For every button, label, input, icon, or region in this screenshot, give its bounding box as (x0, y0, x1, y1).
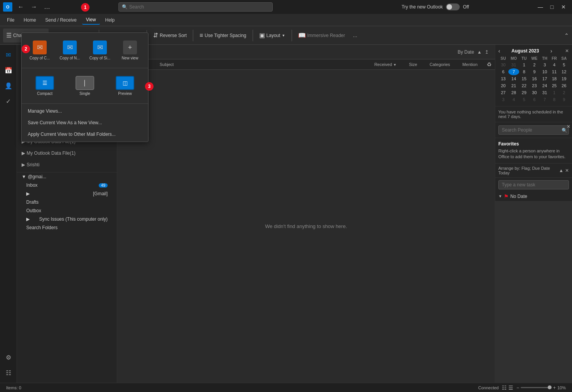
zoom-out-button[interactable]: − (516, 385, 519, 390)
search-box[interactable]: 🔍 (118, 2, 273, 12)
view-copy-n[interactable]: ✉ Copy of N... (56, 37, 83, 63)
no-date-expand-button[interactable]: ▼ (498, 194, 502, 198)
ribbon-collapse-button[interactable]: ⌃ (564, 32, 569, 39)
view-new-view[interactable]: + New view (116, 37, 143, 63)
menu-save-current-view[interactable]: Save Current View As a New View... (22, 117, 148, 128)
gmail-account-header[interactable]: ▼ @gmai... (17, 172, 117, 181)
cal-cell[interactable]: 5 (519, 96, 529, 103)
layout-compact[interactable]: ☰ Compact (26, 73, 63, 99)
cal-cell[interactable]: 20 (498, 82, 508, 89)
sidebar-item-gmail[interactable]: ▶ [Gmail] (17, 189, 117, 198)
cal-cell[interactable]: 5 (559, 61, 569, 68)
calendar-prev-button[interactable]: ‹ (498, 48, 500, 54)
cal-cell[interactable]: 9 (529, 68, 540, 75)
cal-cell[interactable]: 2 (529, 61, 540, 68)
cal-cell[interactable]: 27 (498, 89, 508, 96)
cal-cell[interactable]: 15 (519, 75, 529, 82)
immersive-reader-button[interactable]: 📖 Immersive Reader (295, 29, 348, 42)
menu-file[interactable]: File (3, 16, 18, 24)
tighter-spacing-button[interactable]: ≡ Use Tighter Spacing (196, 29, 249, 42)
cal-cell[interactable]: 10 (540, 68, 550, 75)
new-outlook-toggle[interactable] (446, 3, 460, 10)
sort-label[interactable]: By Date (457, 49, 474, 55)
zoom-slider[interactable] (521, 387, 552, 388)
new-task-input[interactable] (498, 180, 569, 189)
cal-cell[interactable]: 3 (540, 61, 550, 68)
menu-home[interactable]: Home (20, 16, 40, 24)
cal-cell[interactable]: 4 (550, 61, 559, 68)
cal-cell[interactable]: 13 (498, 75, 508, 82)
layout-preview[interactable]: ◫ Preview (106, 73, 143, 99)
cal-cell[interactable]: 23 (529, 82, 540, 89)
sidebar-header-srishti[interactable]: ▶ Srishti (17, 161, 117, 169)
cal-cell[interactable]: 1 (519, 61, 529, 68)
cal-cell[interactable]: 18 (550, 75, 559, 82)
cal-cell[interactable]: 14 (508, 75, 520, 82)
tasks-scroll-up-button[interactable]: ▲ (559, 168, 564, 173)
nav-grid[interactable]: ☷ (2, 366, 15, 380)
sidebar-header-my-outlook-2[interactable]: ▶ My Outlook Data File(1) (17, 149, 117, 157)
search-people-input[interactable] (498, 125, 569, 135)
more-ribbon-button[interactable]: … (350, 29, 361, 42)
view-mode-1-button[interactable]: ☷ (502, 385, 507, 391)
cal-cell[interactable]: 28 (508, 89, 520, 96)
cal-cell[interactable]: 16 (529, 75, 540, 82)
col-categories[interactable]: Categories (427, 61, 453, 68)
cal-cell[interactable]: 30 (498, 61, 508, 68)
menu-send-receive[interactable]: Send / Receive (41, 16, 80, 24)
cal-cell[interactable]: 17 (540, 75, 550, 82)
more-nav-button[interactable]: … (42, 3, 52, 11)
sidebar-item-drafts[interactable]: Drafts (17, 198, 117, 206)
cal-cell[interactable]: 31 (540, 89, 550, 96)
cal-cell[interactable]: 24 (540, 82, 550, 89)
sidebar-item-outbox-gmail[interactable]: Outbox (17, 206, 117, 215)
nav-tasks[interactable]: ✓ (2, 94, 15, 108)
back-button[interactable]: ← (15, 3, 26, 11)
reverse-sort-button[interactable]: ⇵ Reverse Sort (150, 29, 190, 42)
cal-cell[interactable]: 25 (550, 82, 559, 89)
cal-cell[interactable]: 11 (550, 68, 559, 75)
view-copy-c[interactable]: ✉ Copy of C... (26, 37, 53, 63)
nav-calendar[interactable]: 📅 (2, 63, 15, 77)
cal-cell[interactable]: 29 (519, 89, 529, 96)
calendar-next-button[interactable]: › (550, 48, 552, 54)
col-received[interactable]: Received ▼ (371, 61, 400, 68)
nav-mail[interactable]: ✉ (2, 48, 15, 62)
cal-cell[interactable]: 6 (529, 96, 540, 103)
tasks-close-button[interactable]: ✕ (565, 168, 569, 173)
zoom-in-button[interactable]: + (553, 385, 556, 390)
close-button[interactable]: ✕ (558, 2, 569, 12)
cal-cell[interactable]: 30 (529, 89, 540, 96)
cal-today-cell[interactable]: 7 (508, 68, 520, 75)
menu-help[interactable]: Help (101, 16, 119, 24)
forward-button[interactable]: → (29, 3, 39, 11)
search-input[interactable] (129, 4, 269, 10)
cal-cell[interactable]: 22 (519, 82, 529, 89)
calendar-close-button[interactable]: ✕ (565, 48, 569, 54)
layout-single[interactable]: │ Single (66, 73, 103, 99)
cal-cell[interactable]: 21 (508, 82, 520, 89)
menu-view[interactable]: View (82, 15, 100, 25)
cal-cell[interactable]: 8 (519, 68, 529, 75)
maximize-button[interactable]: □ (547, 2, 557, 12)
view-copy-si[interactable]: ✉ Copy of Si... (86, 37, 113, 63)
nav-settings[interactable]: ⚙ (2, 350, 15, 364)
layout-button[interactable]: ▣ Layout ▼ (256, 29, 289, 42)
cal-cell[interactable]: 6 (498, 68, 508, 75)
sidebar-item-sync-issues[interactable]: ▶ Sync Issues (This computer only) (17, 215, 117, 223)
cal-cell[interactable]: 26 (559, 82, 569, 89)
col-subject[interactable]: Subject (157, 61, 365, 68)
menu-apply-current-view[interactable]: Apply Current View to Other Mail Folders… (22, 128, 148, 140)
col-mention[interactable]: Mention (459, 61, 481, 68)
col-size[interactable]: Size (406, 61, 420, 68)
sidebar-item-search-folders-gmail[interactable]: Search Folders (17, 223, 117, 232)
expand-icon[interactable]: ↥ (485, 49, 489, 55)
nav-contacts[interactable]: 👤 (2, 79, 15, 93)
cal-cell[interactable]: 31 (508, 61, 520, 68)
cal-cell[interactable]: 8 (550, 96, 559, 103)
cal-cell[interactable]: 3 (498, 96, 508, 103)
cal-cell[interactable]: 9 (559, 96, 569, 103)
cal-cell[interactable]: 12 (559, 68, 569, 75)
cal-cell[interactable]: 2 (559, 89, 569, 96)
cal-cell[interactable]: 4 (508, 96, 520, 103)
